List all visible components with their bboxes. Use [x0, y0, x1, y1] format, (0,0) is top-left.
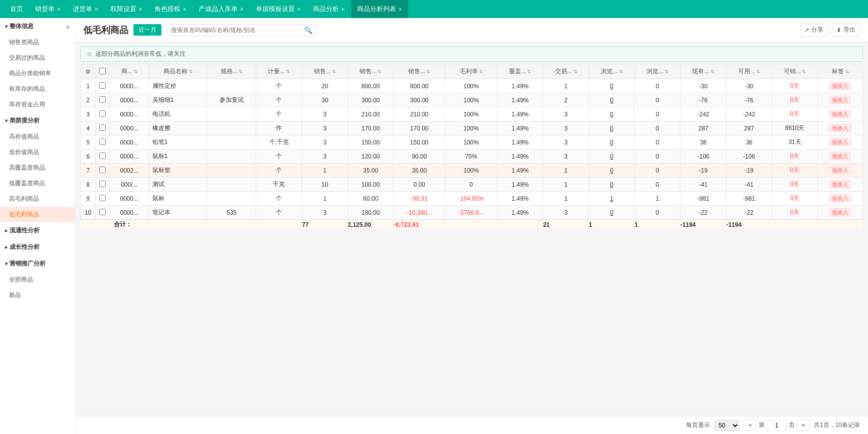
nav-sales-order[interactable]: 销货单 ✕	[29, 0, 67, 18]
sidebar-item-high-value[interactable]: 高价值商品	[0, 129, 75, 144]
col-view2[interactable]: 浏览...⇅	[635, 64, 680, 79]
col-name[interactable]: 商品名称⇅	[149, 64, 207, 79]
row-view1[interactable]: 0	[589, 150, 634, 164]
sidebar-item-high-coverage[interactable]: 高覆盖度商品	[0, 160, 75, 176]
close-icon[interactable]: ✕	[57, 7, 61, 12]
row-view1[interactable]: 0	[589, 93, 634, 107]
row-checkbox[interactable]	[96, 135, 110, 150]
sidebar-item-low-value[interactable]: 低价值商品	[0, 144, 75, 160]
col-code[interactable]: 商...⇅	[110, 64, 149, 79]
close-icon[interactable]: ✕	[398, 7, 402, 12]
col-spec[interactable]: 规格...⇅	[207, 64, 256, 79]
row-select-checkbox[interactable]	[99, 167, 106, 173]
sidebar-item-high-margin[interactable]: 高毛利商品	[0, 191, 75, 207]
row-checkbox[interactable]	[96, 192, 110, 206]
row-select-checkbox[interactable]	[99, 195, 106, 201]
row-checkbox[interactable]	[96, 121, 110, 135]
col-s2[interactable]: 销售...⇅	[348, 64, 393, 79]
collapse-icon[interactable]: «	[66, 23, 70, 31]
row-select-checkbox[interactable]	[99, 138, 106, 145]
row-checkbox[interactable]	[96, 178, 110, 192]
sidebar-item-all-goods[interactable]: 全部商品	[0, 272, 75, 287]
col-margin[interactable]: 毛利率⇅	[445, 64, 497, 79]
select-all-checkbox[interactable]	[99, 68, 106, 74]
col-tag[interactable]: 标签⇅	[818, 64, 863, 79]
close-icon[interactable]: ✕	[138, 7, 142, 12]
footer-s1: 77	[302, 220, 348, 229]
nav-product-analysis[interactable]: 商品分析 ✕	[307, 0, 351, 18]
col-s1[interactable]: 销售...⇅	[302, 64, 348, 79]
nav-product-analysis-list[interactable]: 商品分析列表 ✕	[351, 0, 408, 18]
row-view1[interactable]: 0	[589, 178, 634, 192]
search-icon[interactable]: 🔍	[304, 26, 312, 34]
row-checkbox[interactable]	[96, 150, 110, 164]
row-view1[interactable]: 0	[589, 107, 634, 121]
row-select-checkbox[interactable]	[99, 110, 106, 117]
next-page-button[interactable]: ＞	[797, 419, 810, 431]
sidebar-item-low-coverage[interactable]: 低覆盖度商品	[0, 176, 75, 191]
nav-role-auth[interactable]: 角色授权 ✕	[148, 0, 193, 18]
row-checkbox[interactable]	[96, 206, 110, 220]
row-view1[interactable]: 0	[589, 206, 634, 220]
col-avail[interactable]: 可用...⇅	[726, 64, 772, 79]
row-select-checkbox[interactable]	[99, 82, 106, 89]
row-checkbox[interactable]	[96, 79, 110, 93]
sidebar-item-traded-goods[interactable]: 交易过的商品	[0, 50, 75, 66]
prev-page-button[interactable]: ＜	[744, 419, 757, 431]
col-unit[interactable]: 计量...⇅	[256, 64, 302, 79]
col-settings[interactable]: ⚙	[81, 64, 96, 79]
row-checkbox[interactable]	[96, 93, 110, 107]
sidebar-item-low-margin[interactable]: 低毛利商品	[0, 207, 75, 222]
sidebar-item-sales-goods[interactable]: 销售类商品	[0, 35, 75, 50]
row-view1[interactable]: 0	[589, 121, 634, 135]
close-icon[interactable]: ✕	[297, 7, 301, 12]
close-icon[interactable]: ✕	[183, 7, 187, 12]
footer-view2: 1	[635, 220, 680, 229]
share-button[interactable]: ↗ 分享	[800, 23, 828, 37]
col-s3[interactable]: 销售...⇅	[394, 64, 445, 79]
col-checkbox[interactable]	[96, 64, 110, 79]
row-select-checkbox[interactable]	[99, 209, 106, 215]
row-no: 5	[81, 135, 96, 150]
row-trade: 1	[543, 164, 589, 178]
per-page-select[interactable]: 50 100 200	[714, 420, 740, 431]
sidebar-group-cluster[interactable]: ▾ 类群度分析	[0, 112, 75, 129]
row-select-checkbox[interactable]	[99, 124, 106, 131]
col-stock[interactable]: 现有...⇅	[680, 64, 726, 79]
sidebar-group-overall[interactable]: ▾ 整体信息 «	[0, 18, 75, 35]
col-trade[interactable]: 交易...⇅	[543, 64, 589, 79]
row-trade: 1	[543, 192, 589, 206]
row-name: 电话机	[149, 107, 207, 121]
sidebar-item-new-goods[interactable]: 新品	[0, 287, 75, 303]
sidebar-item-category-rate[interactable]: 商品分类助销率	[0, 66, 75, 81]
nav-template-settings[interactable]: 单据模板设置 ✕	[250, 0, 307, 18]
close-icon[interactable]: ✕	[240, 7, 244, 12]
nav-permissions[interactable]: 权限设置 ✕	[104, 0, 148, 18]
sidebar-item-stock-fund[interactable]: 库存资金占用	[0, 97, 75, 112]
row-view1[interactable]: 0	[589, 164, 634, 178]
row-select-checkbox[interactable]	[99, 153, 106, 159]
col-sale-days[interactable]: 可销...⇅	[772, 64, 817, 79]
row-view1[interactable]: 0	[589, 79, 634, 93]
nav-product-entry[interactable]: 产成品入库单 ✕	[193, 0, 250, 18]
row-view1[interactable]: 1	[589, 192, 634, 206]
close-icon[interactable]: ✕	[341, 7, 345, 12]
col-view1[interactable]: 浏览...⇅	[589, 64, 634, 79]
close-icon[interactable]: ✕	[94, 7, 98, 12]
date-filter-button[interactable]: 近一月	[133, 24, 161, 36]
search-input[interactable]	[171, 27, 304, 34]
row-select-checkbox[interactable]	[99, 96, 106, 103]
sidebar-group-circulation[interactable]: ▸ 流通性分析	[0, 222, 75, 239]
nav-home[interactable]: 首页	[4, 0, 29, 18]
sidebar-group-growth[interactable]: ▸ 成长性分析	[0, 239, 75, 255]
row-checkbox[interactable]	[96, 164, 110, 178]
sidebar-group-marketing[interactable]: ▾ 营销推广分析	[0, 255, 75, 272]
row-select-checkbox[interactable]	[99, 181, 106, 187]
page-number-input[interactable]	[767, 420, 787, 430]
export-button[interactable]: ⬇ 导出	[832, 23, 860, 37]
sidebar-item-stock-goods[interactable]: 有库存的商品	[0, 81, 75, 97]
row-checkbox[interactable]	[96, 107, 110, 121]
nav-purchase-order[interactable]: 进货单 ✕	[67, 0, 104, 18]
row-view1[interactable]: 0	[589, 135, 634, 150]
col-cover[interactable]: 覆盖...⇅	[497, 64, 543, 79]
